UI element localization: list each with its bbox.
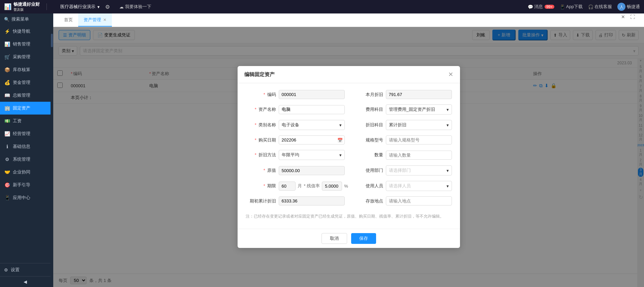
user-info[interactable]: 人 畅捷通 (617, 3, 640, 11)
sidebar-item-payroll[interactable]: 💵 工资 (0, 115, 51, 127)
sidebar-item-app-center[interactable]: 📱 应用中心 (0, 191, 51, 204)
field-purchase-date: * 购买日期 📅 (246, 135, 345, 145)
sidebar-label-operations: 经营管理 (13, 131, 30, 137)
code-input[interactable] (279, 90, 345, 99)
depreciation-subject-value: 累计折旧 (389, 122, 406, 128)
period-input[interactable] (279, 182, 296, 191)
phone-icon: 📱 (560, 4, 565, 9)
modal-title: 编辑固定资产 (244, 71, 275, 78)
save-button[interactable]: 保存 (351, 233, 376, 244)
method-required-mark: * (255, 152, 256, 157)
modal-close-btn[interactable]: ✕ (448, 71, 453, 78)
original-value-input[interactable] (279, 166, 345, 175)
expense-subject-chevron-icon: ▾ (447, 107, 449, 112)
depreciation-subject-select[interactable]: 累计折旧 ▾ (386, 120, 452, 130)
field-spec: 规格型号 (353, 135, 452, 145)
sidebar-item-finance[interactable]: 💰 资金管理 (0, 76, 51, 89)
initial-depreciation-label: 期初累计折旧 (246, 198, 276, 204)
monthly-depreciation-input[interactable] (386, 90, 452, 99)
username: 畅捷通 (627, 4, 640, 10)
sidebar-item-enterprise[interactable]: 🤝 企业协同 (0, 166, 51, 179)
sidebar-label-payroll: 工资 (13, 118, 22, 124)
field-original-value: * 原值 (246, 165, 345, 176)
sidebar-item-fixed-assets[interactable]: 🏢 固定资产 (0, 102, 51, 115)
sidebar-item-sales[interactable]: 📊 销售管理 (0, 38, 51, 51)
field-asset-name: * 资产名称 (246, 104, 345, 115)
tab-close-icon[interactable]: ✕ (103, 18, 106, 22)
initial-depreciation-input[interactable] (279, 196, 345, 205)
expense-subject-value: 管理费用_固定资产折旧 (389, 106, 435, 113)
quick-nav-icon: ⚡ (4, 28, 10, 34)
spec-input[interactable] (386, 135, 452, 145)
purchase-icon: 🛒 (4, 54, 10, 60)
service-btn[interactable]: 🎧 在线客服 (588, 4, 612, 10)
field-quantity: 数量 (353, 150, 452, 160)
search-label: 搜索菜单 (11, 16, 29, 22)
field-user: 使用人员 请选择人员 ▾ (353, 181, 452, 191)
sidebar-item-operations[interactable]: 📈 经营管理 (0, 127, 51, 140)
field-category: * 类别名称 电子设备 ▾ (246, 120, 345, 130)
sidebar-label-guide: 新手引导 (13, 182, 30, 188)
sidebar-search[interactable]: 🔍 搜索菜单 (0, 13, 51, 25)
asset-name-label: * 资产名称 (246, 106, 276, 113)
sidebar-item-base-info[interactable]: ℹ 基础信息 (0, 140, 51, 153)
app-download-btn[interactable]: 📱 App下载 (560, 4, 583, 10)
period-unit: 月 (298, 183, 302, 189)
sidebar-item-system[interactable]: ⚙ 系统管理 (0, 153, 51, 166)
sidebar-item-guide[interactable]: 🎯 新手引导 (0, 179, 51, 191)
guide-icon: 🎯 (4, 182, 10, 188)
sidebar-item-inventory[interactable]: 📦 库存核算 (0, 63, 51, 76)
experience-label: 我要体验一下 (125, 4, 151, 10)
top-bar: 📊 畅捷通好业财 普及版 医疗器械行业演示 ▾ ⚙ ☁ 我要体验一下 💬 消息 … (0, 0, 644, 13)
calendar-icon[interactable]: 📅 (337, 137, 343, 142)
app-center-icon: 📱 (4, 195, 10, 201)
logo-icon: 📊 (4, 3, 11, 10)
asset-name-input[interactable] (279, 105, 345, 114)
category-select[interactable]: 电子设备 ▾ (279, 120, 345, 130)
purchase-date-input[interactable] (279, 135, 345, 145)
sidebar-label-quick-nav: 快捷导航 (13, 28, 30, 34)
sidebar-item-quick-nav[interactable]: ⚡ 快捷导航 (0, 25, 51, 38)
tab-home[interactable]: 首页 (59, 13, 78, 27)
sidebar-item-purchase[interactable]: 🛒 采购管理 (0, 51, 51, 63)
company-selector[interactable]: 医疗器械行业演示 ▾ (60, 4, 100, 10)
search-icon: 🔍 (4, 17, 9, 22)
depreciation-method-select[interactable]: 年限平均 ▾ (279, 150, 345, 160)
date-required-mark: * (255, 137, 256, 142)
settings-icon[interactable]: ⚙ (105, 4, 110, 10)
cat-required-mark: * (255, 122, 256, 127)
department-placeholder: 请选择部门 (389, 167, 411, 173)
purchase-date-label: * 购买日期 (246, 137, 276, 143)
fixed-assets-icon: 🏢 (4, 105, 10, 111)
department-select[interactable]: 请选择部门 ▾ (386, 165, 452, 176)
tab-asset-mgmt[interactable]: 资产管理 ✕ (78, 13, 112, 27)
orig-required-mark: * (264, 168, 265, 173)
sidebar-label-purchase: 采购管理 (13, 54, 30, 60)
sidebar-label-enterprise: 企业协同 (13, 169, 30, 175)
experience-btn[interactable]: ☁ 我要体验一下 (119, 4, 151, 10)
window-controls: ✕ ⛶ (617, 13, 639, 27)
sidebar-settings[interactable]: ⚙ 设置 (0, 263, 51, 276)
sidebar-label-finance: 资金管理 (13, 79, 30, 86)
sales-icon: 📊 (4, 41, 10, 47)
avatar: 人 (617, 3, 625, 11)
window-close-btn[interactable]: ✕ (620, 13, 626, 20)
user-placeholder: 请选择人员 (389, 183, 411, 189)
residual-rate-input[interactable] (322, 182, 342, 191)
quantity-input[interactable] (386, 151, 452, 160)
field-code: * 编码 (246, 90, 345, 99)
sidebar-item-ledger[interactable]: 📖 总账管理 (0, 89, 51, 102)
app-label: App下载 (566, 4, 583, 10)
modal-footer: 取消 保存 (238, 229, 460, 248)
expense-subject-select[interactable]: 管理费用_固定资产折旧 ▾ (386, 104, 452, 115)
cancel-button[interactable]: 取消 (321, 233, 347, 244)
message-btn[interactable]: 💬 消息 99+ (528, 4, 554, 10)
sidebar-label-sales: 销售管理 (13, 41, 30, 47)
content-area: 首页 资产管理 ✕ ✕ ⛶ ☰ 资产明细 (53, 13, 644, 287)
user-select[interactable]: 请选择人员 ▾ (386, 181, 452, 191)
sidebar-collapse-btn[interactable]: ◀ (0, 276, 51, 287)
window-maximize-btn[interactable]: ⛶ (629, 13, 636, 20)
location-input[interactable] (386, 196, 452, 205)
sidebar-label-app-center: 应用中心 (13, 195, 30, 201)
spec-label: 规格型号 (353, 137, 383, 143)
